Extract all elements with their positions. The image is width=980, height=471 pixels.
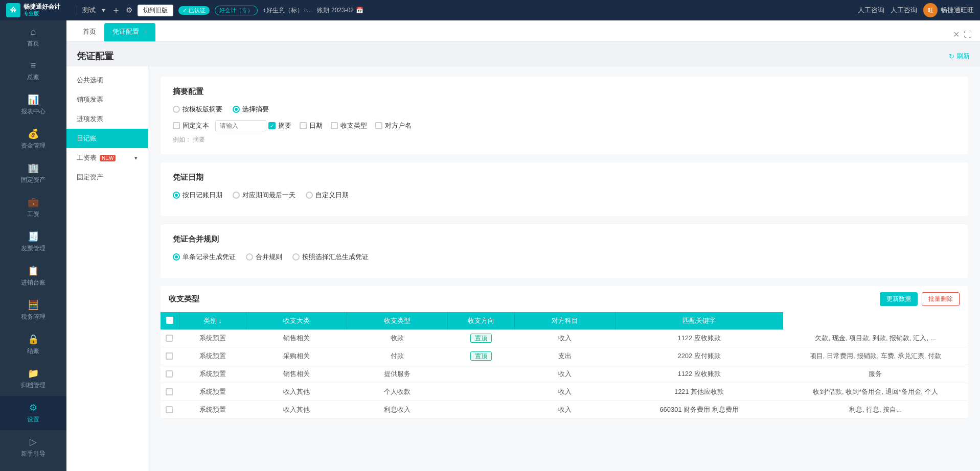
table-row: 系统预置 销售相关 提供服务 收入 1122 应收账款 服务 — [161, 365, 968, 383]
date-radio-group: 按日记账日期 对应期间最后一天 自定义日期 — [173, 191, 955, 200]
radio-diary-date-circle — [173, 192, 180, 199]
tax-icon: 🧮 — [28, 299, 39, 311]
checkbox-counterpart[interactable]: 对方户名 — [375, 121, 412, 130]
calendar-icon[interactable]: 📅 — [356, 7, 363, 14]
radio-custom-date[interactable]: 自定义日期 — [306, 191, 349, 200]
radio-summary-gen[interactable]: 按照选择汇总生成凭证 — [292, 252, 369, 262]
sidebar-item-invoice[interactable]: 🧾 发票管理 — [0, 225, 66, 259]
page-title: 凭证配置 — [77, 50, 113, 62]
summary-section-title: 摘要配置 — [173, 87, 955, 97]
checkbox-pay-type-box — [331, 122, 338, 129]
sub-type-text-0: 收款 — [391, 334, 404, 342]
checkbox-date[interactable]: 日期 — [300, 121, 323, 130]
table-row: 系统预置 采购相关 付款 置顶 支出 2202 应付账款 项目, 日常费用, 报… — [161, 347, 968, 365]
test-dropdown[interactable]: ▼ — [101, 7, 106, 13]
radio-merge-circle — [246, 253, 253, 261]
sidebar-label-guide: 新手引导 — [21, 450, 45, 458]
sidebar-item-archive[interactable]: 📁 归档管理 — [0, 362, 66, 396]
checkbox-summary[interactable]: ✓ 摘要 — [268, 121, 291, 130]
refresh-button[interactable]: ↻ 刷新 — [949, 52, 970, 61]
col-header-category[interactable]: 类别 ↓ — [179, 312, 246, 329]
checkbox-pay-type[interactable]: 收支类型 — [331, 121, 367, 130]
radio-summary-gen-label: 按照选择汇总生成凭证 — [302, 252, 369, 262]
checkbox-fixed-text[interactable] — [173, 122, 180, 129]
row-main-type-1: 采购相关 — [246, 347, 347, 365]
finance-icon: 💰 — [28, 128, 39, 139]
example-text: 例如： 摘要 — [173, 135, 955, 144]
update-data-button[interactable]: 更新数据 — [880, 292, 918, 306]
table-select-all[interactable] — [166, 317, 173, 324]
tab-voucher-config[interactable]: 凭证配置 × — [104, 23, 155, 41]
sidebar-item-member[interactable]: ★ 畅会员 — [0, 464, 66, 471]
radio-merge[interactable]: 合并规则 — [246, 252, 282, 262]
window-maximize-icon[interactable]: ⛶ — [964, 30, 972, 39]
sidebar-item-guide[interactable]: ▷ 新手引导 — [0, 430, 66, 464]
table-row: 系统预置 销售相关 收款 置顶 收入 1122 应收账款 欠款, 现金, 项目款… — [161, 329, 968, 347]
radio-period-last[interactable]: 对应期间最后一天 — [233, 191, 295, 200]
fixed-text-input[interactable] — [215, 120, 266, 131]
radio-select-label: 选择摘要 — [242, 105, 269, 114]
left-nav-fixed-assets[interactable]: 固定资产 — [66, 168, 148, 187]
left-nav-public[interactable]: 公共选项 — [66, 70, 148, 90]
radio-template[interactable]: 按模板版摘要 — [173, 105, 222, 114]
purchase-icon: 📋 — [28, 265, 39, 276]
left-nav-purchase-inv[interactable]: 进项发票 — [66, 109, 148, 129]
left-nav-diary[interactable]: 日记账 — [66, 129, 148, 148]
sidebar-item-purchase[interactable]: 📋 进销台账 — [0, 259, 66, 293]
sidebar-item-assets[interactable]: 🏢 固定资产 — [0, 156, 66, 191]
tab-home-label: 首页 — [83, 28, 96, 35]
gear-icon[interactable]: ⚙ — [126, 6, 132, 15]
row-checkbox-4[interactable] — [166, 406, 173, 413]
row-category-4: 系统预置 — [179, 401, 246, 419]
table-row: 系统预置 收入其他 个人收款 收入 1221 其他应收款 收到*借款, 收到*备… — [161, 383, 968, 401]
left-nav-salary-sheet[interactable]: 工资表 NEW ▾ — [66, 148, 148, 168]
row-checkbox-0[interactable] — [166, 335, 173, 342]
tab-home[interactable]: 首页 — [75, 23, 104, 41]
batch-delete-button[interactable]: 批量删除 — [922, 292, 960, 306]
good-accounting-tag: 好会计（专） — [215, 6, 258, 15]
topbar-divider — [77, 5, 77, 15]
row-account-3: 1221 其他应收款 — [616, 383, 783, 401]
left-nav-sales[interactable]: 销项发票 — [66, 90, 148, 109]
customer-service-label[interactable]: 人工咨询 — [891, 6, 917, 15]
col-header-checkbox — [161, 312, 179, 329]
customer-service[interactable]: 人工咨询 — [858, 6, 884, 15]
period-display: 账期 2023-02 📅 — [317, 6, 363, 15]
window-close-icon[interactable]: ✕ — [953, 30, 960, 39]
new-badge: NEW — [100, 155, 116, 161]
add-button[interactable]: ＋ — [111, 4, 121, 16]
sidebar-item-salary[interactable]: 💼 工资 — [0, 191, 66, 225]
radio-select[interactable]: 选择摘要 — [233, 105, 269, 114]
sidebar-item-reports[interactable]: 📊 报表中心 — [0, 88, 66, 122]
sidebar-item-ledger[interactable]: ≡ 总账 — [0, 54, 66, 88]
sidebar-label-assets: 固定资产 — [21, 176, 45, 184]
example-value: 摘要 — [193, 136, 205, 143]
radio-single[interactable]: 单条记录生成凭证 — [173, 252, 236, 262]
switch-version-button[interactable]: 切到旧版 — [138, 5, 173, 16]
row-checkbox-3[interactable] — [166, 388, 173, 395]
sidebar-item-settings[interactable]: ⚙ 设置 — [0, 396, 66, 430]
row-keywords-3: 收到*借款, 收到*备用金, 退回*备用金, 个人 — [783, 383, 968, 401]
logo-sub: 专业版 — [24, 10, 60, 17]
radio-diary-date[interactable]: 按日记账日期 — [173, 191, 222, 200]
row-direction-1: 支出 — [515, 347, 616, 365]
tab-close-icon[interactable]: × — [144, 29, 147, 35]
main-layout: ⌂ 首页 ≡ 总账 📊 报表中心 💰 资金管理 🏢 固定资产 💼 工资 🧾 发票… — [0, 20, 980, 471]
tag-top-1[interactable]: 置顶 — [470, 351, 492, 361]
checkbox-counterpart-box — [375, 122, 382, 129]
radio-custom-date-label: 自定义日期 — [315, 191, 349, 200]
settings-icon: ⚙ — [29, 402, 37, 413]
sidebar-item-tax[interactable]: 🧮 税务管理 — [0, 293, 66, 327]
sidebar-label-reports: 报表中心 — [21, 107, 45, 116]
sidebar-item-closing[interactable]: 🔒 结账 — [0, 327, 66, 362]
sidebar-item-home[interactable]: ⌂ 首页 — [0, 20, 66, 54]
sidebar-label-salary: 工资 — [27, 210, 39, 219]
good-business-tag: +好生意（标）+... — [263, 6, 312, 15]
row-main-type-3: 收入其他 — [246, 383, 347, 401]
tag-top-0[interactable]: 置顶 — [470, 334, 492, 343]
row-checkbox-2[interactable] — [166, 370, 173, 378]
user-area[interactable]: 旺 畅捷通旺旺 — [923, 3, 974, 17]
left-nav-purchase-inv-label: 进项发票 — [77, 114, 103, 124]
row-checkbox-1[interactable] — [166, 352, 173, 360]
sidebar-item-finance[interactable]: 💰 资金管理 — [0, 122, 66, 156]
